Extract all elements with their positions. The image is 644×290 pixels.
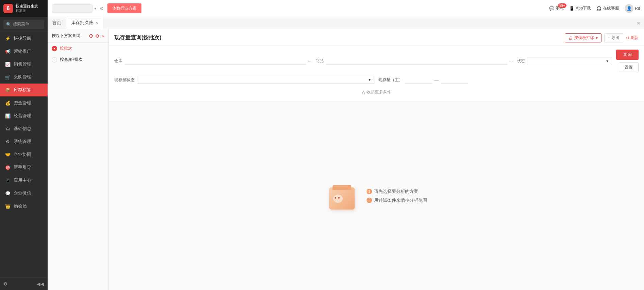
- box-face: [333, 195, 343, 203]
- tabbar: 首页 库存批次账 ✕ ✕: [48, 17, 644, 29]
- topbar-search-input[interactable]: [52, 4, 92, 13]
- sidebar-search-area: 🔍 搜索菜单: [0, 17, 48, 32]
- customer-service-button[interactable]: 🎧 在线客服: [596, 5, 619, 11]
- purchase-icon: 🛒: [5, 74, 11, 80]
- search-menu-button[interactable]: 🔍 搜索菜单: [3, 20, 44, 29]
- refresh-button[interactable]: ↺ 刷新: [626, 35, 639, 41]
- tab-home[interactable]: 首页: [48, 17, 66, 29]
- sidebar-item-app-center[interactable]: 📱 应用中心: [0, 174, 48, 187]
- phone-icon: 📱: [569, 6, 574, 11]
- basics-icon: 🗂: [5, 126, 11, 132]
- warehouse-more-button[interactable]: ···: [308, 59, 311, 64]
- topbar: ▾ ⚙ 体验行业方案 💬 消息 99+ 📱 App下载 🎧 在线客服 👤: [48, 0, 644, 17]
- message-button[interactable]: 💬 消息 99+: [549, 5, 564, 11]
- collapse-up-icon: ⋀: [362, 90, 365, 95]
- tab-batch-account[interactable]: 库存批次账 ✕: [66, 17, 103, 29]
- app-center-icon: 📱: [5, 177, 11, 183]
- sidebar-item-operation[interactable]: 📊 经营管理: [0, 109, 48, 122]
- empty-hint-2: 2 用过滤条件来缩小分析范围: [367, 197, 427, 203]
- sidebar-item-finance[interactable]: 💰 资金管理: [0, 96, 48, 109]
- sidebar-item-quick-nav[interactable]: ⚡ 快捷导航: [0, 32, 48, 45]
- app-download-button[interactable]: 📱 App下载: [569, 5, 591, 11]
- product-filter: 商品 ···: [316, 57, 513, 65]
- empty-state: 1 请先选择要分析的方案 2 用过滤条件来缩小分析范围: [109, 102, 644, 290]
- sidebar-item-member[interactable]: 👑 畅会员: [0, 200, 48, 213]
- left-panel-actions: ⊕ ⚙ «: [89, 33, 104, 39]
- message-badge: 99+: [558, 3, 566, 8]
- content-area: 按以下方案查询 ⊕ ⚙ « ● 按批次 ○ 按仓库+批次 现存量查询(按批次): [48, 29, 644, 290]
- empty-hint-1: 1 请先选择要分析的方案: [367, 188, 427, 195]
- scheme-item-by-batch[interactable]: ● 按批次: [48, 43, 108, 54]
- trial-industry-button[interactable]: 体验行业方案: [107, 3, 141, 13]
- message-icon: 💬: [549, 6, 554, 11]
- left-panel-header: 按以下方案查询 ⊕ ⚙ «: [48, 29, 108, 43]
- quick-nav-icon: ⚡: [5, 35, 11, 41]
- status-filter: 状态 ▾: [517, 57, 612, 65]
- left-panel-title: 按以下方案查询: [52, 33, 80, 39]
- stock-status-select[interactable]: ▾: [137, 76, 374, 84]
- sidebar-item-system[interactable]: ⚙ 系统管理: [0, 135, 48, 148]
- sidebar-item-enterprise[interactable]: 🤝 企业协同: [0, 148, 48, 161]
- topbar-chevron-icon[interactable]: ▾: [94, 6, 96, 11]
- scheme-item-by-warehouse-batch[interactable]: ○ 按仓库+批次: [48, 54, 108, 65]
- stock-qty-filter: 现存量（主） —: [378, 76, 639, 84]
- finance-icon: 💰: [5, 100, 11, 106]
- stock-qty-label: 现存量（主）: [378, 77, 403, 83]
- sidebar-nav: ⚡ 快捷导航 📢 营销推广 📈 销售管理 🛒 采购管理 📦 库存核算 💰 资金管…: [0, 32, 48, 277]
- status-select[interactable]: ▾: [527, 57, 612, 65]
- collapse-left-button[interactable]: «: [102, 33, 104, 39]
- status-label: 状态: [517, 58, 525, 64]
- right-panel: 现存量查询(按批次) 🖨 按模板打印 ▾ ↑ 导出 ↺ 刷新: [109, 29, 644, 290]
- filter-row-2: 现存量状态 ▾ 现存量（主） —: [114, 76, 639, 84]
- stock-qty-range: —: [405, 76, 468, 84]
- query-button[interactable]: 查询: [616, 50, 639, 60]
- warehouse-filter: 仓库 ···: [114, 57, 311, 65]
- enterprise-icon: 🤝: [5, 151, 11, 158]
- export-icon: ↑: [608, 36, 610, 40]
- product-more-button[interactable]: ···: [509, 59, 513, 64]
- topbar-search-area: ▾: [52, 4, 96, 13]
- sidebar-item-inventory[interactable]: 📦 库存核算: [0, 84, 48, 96]
- product-input[interactable]: [326, 57, 507, 65]
- collapse-sidebar-button[interactable]: ◀◀: [37, 281, 44, 287]
- filter-settings-button[interactable]: 设置: [619, 62, 639, 72]
- page-title-bar: 现存量查询(按批次) 🖨 按模板打印 ▾ ↑ 导出 ↺ 刷新: [109, 29, 644, 46]
- tab-close-main-button[interactable]: ✕: [633, 20, 644, 26]
- main-area: ▾ ⚙ 体验行业方案 💬 消息 99+ 📱 App下载 🎧 在线客服 👤: [48, 0, 644, 290]
- export-button[interactable]: ↑ 导出: [604, 33, 623, 42]
- wechat-icon: 💬: [5, 190, 11, 196]
- settings-scheme-button[interactable]: ⚙: [95, 33, 100, 39]
- warehouse-label: 仓库: [114, 58, 122, 64]
- print-button[interactable]: 🖨 按模板打印 ▾: [565, 33, 601, 42]
- brand-name: 畅康通好生意: [16, 4, 38, 8]
- topbar-right: 💬 消息 99+ 📱 App下载 🎧 在线客服 👤 Rit: [549, 4, 640, 13]
- sidebar-item-sales[interactable]: 📈 销售管理: [0, 58, 48, 71]
- stock-status-label: 现存量状态: [114, 77, 135, 83]
- sidebar-item-marketing[interactable]: 📢 营销推广: [0, 45, 48, 58]
- range-dash: —: [434, 77, 439, 83]
- status-chevron-icon: ▾: [606, 59, 608, 64]
- stock-qty-max-input[interactable]: [441, 76, 468, 84]
- settings-gear-button[interactable]: ⚙: [3, 281, 8, 287]
- tab-close-button[interactable]: ✕: [95, 21, 98, 25]
- guide-icon: 🎯: [5, 164, 11, 170]
- headset-icon: 🎧: [596, 6, 601, 11]
- add-scheme-button[interactable]: ⊕: [89, 33, 93, 39]
- stock-qty-min-input[interactable]: [405, 76, 432, 84]
- topbar-gear-button[interactable]: ⚙: [100, 6, 104, 11]
- username-label: Rit: [635, 6, 640, 11]
- product-label: 商品: [316, 58, 324, 64]
- filter-area: 仓库 ··· 商品 ··· 状态 ▾: [109, 46, 644, 102]
- sidebar-item-wechat[interactable]: 💬 企业微信: [0, 187, 48, 200]
- sidebar: 6 畅康通好生意 标准版 🔍 搜索菜单 ⚡ 快捷导航 📢 营销推广 📈 销售管理…: [0, 0, 48, 290]
- user-avatar-button[interactable]: 👤 Rit: [625, 4, 640, 13]
- collapse-more-button[interactable]: ⋀ 收起更多条件: [114, 87, 639, 97]
- edition-label: 标准版: [16, 8, 38, 13]
- sidebar-item-purchase[interactable]: 🛒 采购管理: [0, 71, 48, 84]
- warehouse-input[interactable]: [124, 57, 306, 65]
- sidebar-item-basics[interactable]: 🗂 基础信息: [0, 122, 48, 135]
- chevron-down-icon: ▾: [596, 36, 598, 40]
- sidebar-item-guide[interactable]: 🎯 新手引导: [0, 161, 48, 174]
- operation-icon: 📊: [5, 113, 11, 119]
- scheme-unselected-indicator: ○: [52, 57, 57, 62]
